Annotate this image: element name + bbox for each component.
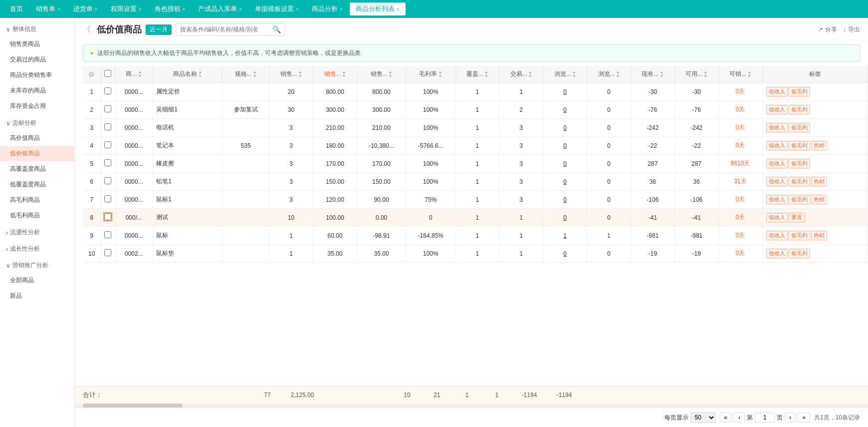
nav-tab-analysis-list[interactable]: 商品分析列表 × — [350, 2, 406, 15]
close-icon[interactable]: × — [239, 6, 242, 12]
sidebar-group-marketing[interactable]: ∨ 营销推广分析 — [0, 258, 74, 273]
sidebar-item-all-products[interactable]: 全部商品 — [0, 273, 74, 288]
row-views1[interactable]: 0 — [543, 119, 587, 137]
row-views1[interactable]: 0 — [543, 83, 587, 101]
row-name[interactable]: 笔记本 — [153, 137, 222, 155]
col-code-header[interactable]: 商...▲▼ — [115, 66, 153, 83]
nav-tab-permissions[interactable]: 权限设置 × — [105, 2, 148, 15]
search-input[interactable] — [180, 26, 270, 33]
collapse-sidebar-button[interactable]: 《 — [83, 24, 91, 35]
row-views1[interactable]: 0 — [543, 191, 587, 209]
row-checkbox[interactable] — [104, 123, 111, 130]
row-views1[interactable]: 0 — [543, 173, 587, 191]
page-input[interactable] — [755, 413, 775, 423]
views1-link[interactable]: 0 — [563, 160, 567, 167]
nav-tab-products[interactable]: 产成品入库单 × — [192, 2, 248, 15]
col-margin-header[interactable]: 毛利率▲▼ — [406, 66, 455, 83]
col-qty-header[interactable]: 销售...▲▼ — [269, 66, 313, 83]
sidebar-item-low-value[interactable]: 低价值商品 — [0, 146, 74, 161]
row-views1[interactable]: 0 — [543, 155, 587, 173]
row-checkbox[interactable] — [104, 105, 111, 112]
close-icon[interactable]: × — [397, 6, 400, 12]
nav-tab-analysis[interactable]: 商品分析 × — [306, 2, 349, 15]
close-icon[interactable]: × — [57, 6, 60, 12]
per-page-select[interactable]: 50 100 — [690, 412, 716, 423]
views1-link[interactable]: 0 — [563, 142, 567, 149]
views1-link[interactable]: 0 — [563, 178, 567, 185]
col-stock-header[interactable]: 现有...▲▼ — [631, 66, 674, 83]
col-amount-header[interactable]: 销售...▲▼ — [313, 66, 357, 83]
prev-page-button[interactable]: ‹ — [734, 413, 745, 423]
col-spec-header[interactable]: 规格...▲▼ — [222, 66, 269, 83]
row-checkbox[interactable] — [104, 249, 111, 256]
row-views1[interactable]: 0 — [543, 137, 587, 155]
settings-icon[interactable]: ⚙ — [88, 70, 95, 78]
nav-tab-sales[interactable]: 销售单 × — [30, 2, 66, 15]
sidebar-item-stock-fund[interactable]: 库存资金占用 — [0, 98, 74, 114]
col-views2-header[interactable]: 浏览...▲▼ — [587, 66, 631, 83]
sidebar-group-circulation[interactable]: › 流通性分析 — [0, 225, 74, 240]
nav-tab-roles[interactable]: 角色授权 × — [149, 2, 192, 15]
row-checkbox[interactable] — [104, 177, 111, 184]
col-saleable-header[interactable]: 可销...▲▼ — [718, 66, 762, 83]
sidebar-group-contribution[interactable]: ∨ 贡献分析 — [0, 116, 74, 130]
sidebar-group-growth[interactable]: › 成长性分析 — [0, 242, 74, 256]
sidebar-item-low-margin[interactable]: 低毛利商品 — [0, 208, 74, 223]
row-views1[interactable]: 0 — [543, 245, 587, 263]
row-checkbox[interactable] — [104, 213, 111, 220]
row-name[interactable]: 鼠标1 — [153, 191, 222, 209]
row-checkbox[interactable] — [104, 195, 111, 202]
sidebar-item-high-value[interactable]: 高价值商品 — [0, 130, 74, 146]
export-button[interactable]: ↓ 导出 — [843, 25, 860, 34]
close-icon[interactable]: × — [183, 6, 186, 12]
sidebar-item-sales-category[interactable]: 销售类商品 — [0, 36, 74, 52]
sidebar-item-high-margin[interactable]: 高毛利商品 — [0, 192, 74, 208]
close-icon[interactable]: × — [139, 6, 142, 12]
row-name[interactable]: 橡皮擦 — [153, 155, 222, 173]
row-name[interactable]: 鼠标垫 — [153, 245, 222, 263]
views1-link[interactable]: 0 — [563, 214, 567, 221]
search-icon[interactable]: 🔍 — [272, 25, 281, 33]
row-checkbox[interactable] — [104, 87, 111, 94]
row-views1[interactable]: 0 — [543, 101, 587, 119]
col-transactions-header[interactable]: 交易...▲▼ — [499, 66, 543, 83]
share-button[interactable]: ↗ 分享 — [818, 25, 837, 34]
sidebar-group-overall[interactable]: ∨ 整体信息 — [0, 22, 74, 36]
col-available-header[interactable]: 可用...▲▼ — [674, 66, 718, 83]
sidebar-item-unstock[interactable]: 未库存的商品 — [0, 83, 74, 98]
sidebar-item-low-coverage[interactable]: 低覆盖度商品 — [0, 177, 74, 192]
sidebar-item-high-coverage[interactable]: 高覆盖度商品 — [0, 161, 74, 177]
nav-tab-templates[interactable]: 单据模板设置 × — [249, 2, 305, 15]
col-profit-header[interactable]: 销售...▲▼ — [357, 66, 406, 83]
views1-link[interactable]: 0 — [563, 196, 567, 203]
select-all-checkbox[interactable] — [104, 70, 111, 77]
row-name[interactable]: 铅笔1 — [153, 173, 222, 191]
row-checkbox[interactable] — [104, 159, 111, 166]
last-page-button[interactable]: » — [798, 413, 810, 423]
views1-link[interactable]: 0 — [563, 88, 567, 95]
close-icon[interactable]: × — [95, 6, 98, 12]
row-name[interactable]: 鼠标 — [153, 227, 222, 245]
row-name[interactable]: 吴细细1 — [153, 101, 222, 119]
col-views1-header[interactable]: 浏览...▲▼ — [543, 66, 587, 83]
nav-home[interactable]: 首页 — [4, 0, 29, 18]
col-name-header[interactable]: 商品名称▲▼ — [153, 66, 222, 83]
views1-link[interactable]: 0 — [563, 106, 567, 113]
views1-link[interactable]: 0 — [563, 250, 567, 257]
sidebar-item-traded[interactable]: 交易过的商品 — [0, 52, 74, 67]
row-name[interactable]: 属性定价 — [153, 83, 222, 101]
row-name[interactable]: 测试 — [153, 209, 222, 227]
horizontal-scrollbar[interactable] — [75, 404, 868, 408]
nav-tab-purchase[interactable]: 进货单 × — [67, 2, 104, 15]
row-checkbox[interactable] — [104, 141, 111, 148]
first-page-button[interactable]: « — [720, 413, 732, 423]
row-views1[interactable]: 1 — [543, 227, 587, 245]
close-icon[interactable]: × — [340, 6, 343, 12]
views1-link[interactable]: 1 — [563, 232, 567, 239]
row-name[interactable]: 电话机 — [153, 119, 222, 137]
views1-link[interactable]: 0 — [563, 124, 567, 131]
row-checkbox[interactable] — [104, 231, 111, 238]
col-coverage-header[interactable]: 覆盖...▲▼ — [455, 66, 499, 83]
period-badge[interactable]: 近一月 — [146, 24, 172, 35]
sidebar-item-new-products[interactable]: 新品 — [0, 288, 74, 304]
